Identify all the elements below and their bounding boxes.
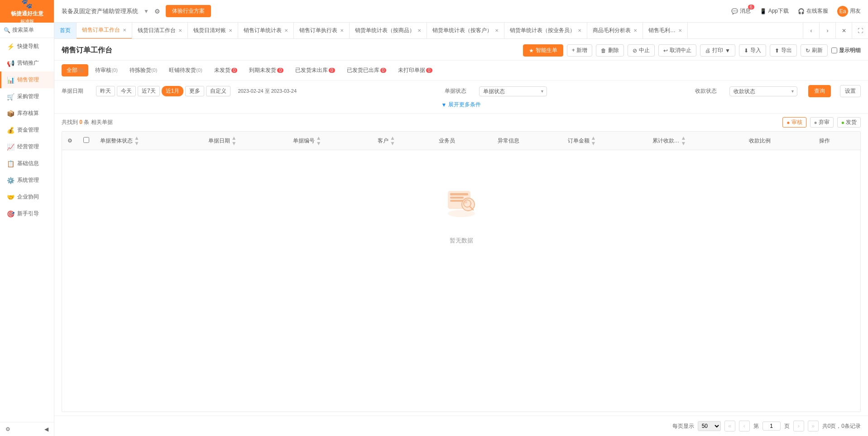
sidebar-item-quick-nav[interactable]: ⚡ 快捷导航 — [0, 38, 54, 55]
messages-button[interactable]: 💬 消息 6 — [731, 7, 751, 15]
tab-sales-exec[interactable]: 销售订单执行表 ✕ — [294, 23, 350, 39]
tab-close-icon[interactable]: ✕ — [678, 28, 682, 33]
settings-icon[interactable]: ⚙ — [5, 426, 10, 432]
export-button[interactable]: ⬆ 导出 — [770, 44, 797, 57]
sidebar-item-purchase[interactable]: 🛒 采购管理 — [0, 88, 54, 105]
sidebar-item-system[interactable]: ⚙️ 系统管理 — [0, 172, 54, 189]
star-icon: ★ — [529, 47, 534, 54]
print-button[interactable]: 🖨 打印 ▼ — [700, 44, 735, 57]
status-select[interactable]: 单据状态 — [479, 86, 547, 96]
first-page-button[interactable]: « — [724, 421, 735, 431]
delete-button[interactable]: 🗑 删除 — [596, 44, 624, 57]
tab-close-icon[interactable]: ✕ — [578, 28, 581, 33]
col-settings[interactable]: ⚙ — [62, 132, 78, 150]
support-button[interactable]: 🎧 在线客服 — [798, 7, 828, 15]
app-download-button[interactable]: 📱 App下载 — [760, 7, 789, 15]
sidebar-item-cooperation[interactable]: 🤝 企业协同 — [0, 189, 54, 205]
tab-close-icon[interactable]: ✕ — [417, 28, 421, 33]
sort-date[interactable]: 单据日期 ▲▼ — [208, 135, 282, 146]
audit-action-button[interactable]: ● 审核 — [782, 117, 806, 128]
import-button[interactable]: ⬇ 导入 — [739, 44, 766, 57]
dropdown-icon[interactable]: ▼ — [144, 8, 149, 14]
next-page-button[interactable]: › — [793, 421, 804, 431]
settings-icon[interactable]: ⚙ — [67, 137, 72, 144]
select-all-checkbox[interactable] — [83, 137, 89, 143]
sort-customer[interactable]: 客户 ▲▼ — [378, 135, 428, 146]
tab-daily-clear[interactable]: 钱货日清工作台 ✕ — [132, 23, 188, 39]
tab-close-icon[interactable]: ✕ — [340, 28, 344, 33]
sub-tab-wangpu-ship[interactable]: 旺铺待发货(0) — [164, 64, 207, 76]
tab-close-icon[interactable]: ✕ — [284, 28, 288, 33]
sidebar-item-sales[interactable]: 📊 销售管理 — [0, 71, 54, 88]
sidebar-search[interactable]: 🔍 搜索菜单 — [0, 23, 54, 38]
refresh-button[interactable]: ↻ 刷新 — [801, 44, 828, 57]
tab-sales-margin[interactable]: 销售毛利… ✕ — [643, 23, 688, 39]
show-detail-checkbox[interactable]: 显示明细 — [831, 47, 861, 54]
print-dropdown-icon[interactable]: ▼ — [725, 47, 730, 54]
ship-action-button[interactable]: ● 发货 — [837, 117, 861, 128]
tab-home[interactable]: 首页 — [54, 23, 77, 39]
tab-ship-stats-customer[interactable]: 销货单统计表（按客户） ✕ — [427, 23, 504, 39]
tab-margin-analysis[interactable]: 商品毛利分析表 ✕ — [587, 23, 643, 39]
tab-close-icon[interactable]: ✕ — [495, 28, 499, 33]
cancel-stop-button[interactable]: ↩ 取消中止 — [658, 44, 696, 57]
query-button[interactable]: 查询 — [808, 85, 831, 97]
page-number-input[interactable] — [762, 422, 781, 431]
tab-close-icon[interactable]: ✕ — [123, 28, 126, 33]
tab-reconcile[interactable]: 钱货日清对账 ✕ — [188, 23, 238, 39]
sub-tab-all[interactable]: 全部(0) — [62, 64, 88, 76]
smart-order-button[interactable]: ★ 智能生单 — [523, 44, 563, 57]
sort-status[interactable]: 单据整体状态 ▲▼ — [100, 135, 197, 146]
tab-scroll-left[interactable]: ‹ — [803, 23, 819, 39]
tab-ship-stats-product[interactable]: 销货单统计表（按商品） ✕ — [350, 23, 427, 39]
solution-button[interactable]: 体验行业方案 — [166, 5, 211, 17]
settings-topbar-icon[interactable]: ⚙ — [154, 8, 160, 15]
collapse-icon[interactable]: ◀ — [44, 426, 48, 432]
sub-tab-pending-check[interactable]: 待拣验货(0) — [125, 64, 162, 76]
tab-sales-stats[interactable]: 销售订单统计表 ✕ — [238, 23, 294, 39]
sort-amount[interactable]: 订单金额 ▲▼ — [568, 135, 642, 146]
sort-collected[interactable]: 累计收款… ▲▼ — [652, 135, 738, 146]
refresh-icon: ↻ — [806, 47, 810, 54]
sub-tab-pending-audit[interactable]: 待审核(0) — [90, 64, 122, 76]
expand-filter-button[interactable]: ▼ 展开更多条件 — [441, 101, 481, 109]
last-page-button[interactable]: » — [808, 421, 819, 431]
tab-close-icon[interactable]: ✕ — [178, 28, 182, 33]
tab-scroll-right[interactable]: › — [819, 23, 835, 39]
payment-select[interactable]: 收款状态 — [729, 86, 797, 96]
sub-tab-shipped-out[interactable]: 已发货已出库0 — [342, 64, 392, 76]
sidebar-item-operations[interactable]: 📈 经营管理 — [0, 138, 54, 155]
sub-tab-shipped-not-out[interactable]: 已发货未出库0 — [290, 64, 340, 76]
date-btn-7days[interactable]: 近7天 — [138, 86, 160, 96]
prev-page-button[interactable]: ‹ — [739, 421, 750, 431]
date-btn-1month[interactable]: 近1月 — [162, 86, 184, 96]
date-btn-yesterday[interactable]: 昨天 — [96, 86, 115, 96]
date-btn-custom[interactable]: 自定义 — [206, 86, 230, 96]
tab-close-all[interactable]: ✕ — [835, 23, 852, 39]
tab-fullscreen[interactable]: ⛶ — [852, 23, 868, 39]
sub-tab-unshipped[interactable]: 未发货0 — [209, 64, 243, 76]
date-btn-more[interactable]: 更多 — [185, 86, 204, 96]
sidebar-item-base-info[interactable]: 📋 基础信息 — [0, 155, 54, 172]
revoke-action-button[interactable]: ● 弃审 — [810, 117, 834, 128]
tab-sales-order-workbench[interactable]: 销售订单工作台 ✕ — [77, 23, 132, 39]
add-button[interactable]: + 新增 — [567, 44, 592, 57]
tab-close-icon[interactable]: ✕ — [633, 28, 637, 33]
sidebar-item-marketing[interactable]: 📢 营销推广 — [0, 55, 54, 71]
filter-row-1: 单据日期 昨天 今天 近7天 近1月 更多 自定义 2023-02-24 至 2… — [62, 85, 861, 97]
sub-tab-overdue-ship[interactable]: 到期未发货0 — [244, 64, 288, 76]
sidebar-item-label: 快捷导航 — [17, 43, 39, 50]
user-menu[interactable]: Ea 用友 — [837, 6, 861, 17]
sidebar-item-inventory[interactable]: 📦 库存核算 — [0, 105, 54, 122]
date-btn-today[interactable]: 今天 — [117, 86, 136, 96]
setting-button[interactable]: 设置 — [840, 85, 861, 97]
detail-checkbox[interactable] — [831, 47, 837, 53]
page-size-select[interactable]: 10 20 50 100 — [698, 421, 721, 431]
stop-button[interactable]: ⊘ 中止 — [628, 44, 655, 57]
sort-number[interactable]: 单据编号 ▲▼ — [293, 135, 367, 146]
sub-tab-unprinted[interactable]: 未打印单据0 — [393, 64, 437, 76]
tab-ship-stats-salesperson[interactable]: 销货单统计表（按业务员） ✕ — [504, 23, 587, 39]
sidebar-item-guide[interactable]: 🎯 新手引导 — [0, 205, 54, 222]
sidebar-item-finance[interactable]: 💰 资金管理 — [0, 122, 54, 138]
tab-close-icon[interactable]: ✕ — [229, 28, 232, 33]
